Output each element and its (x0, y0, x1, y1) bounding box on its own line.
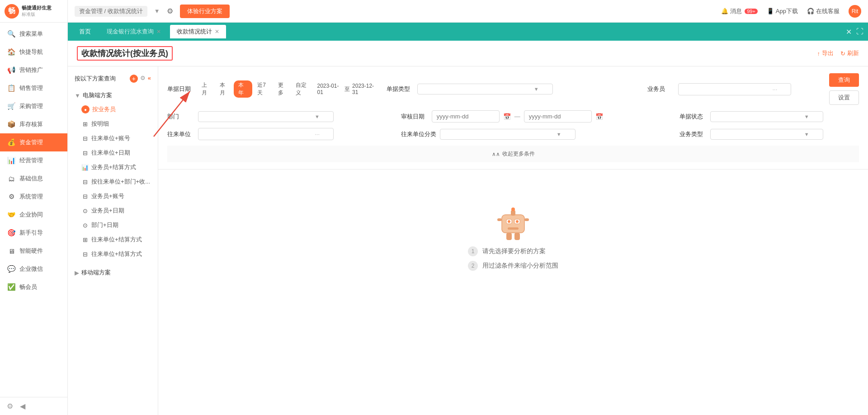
download-icon: 📱 (767, 8, 774, 14)
pc-scheme-title[interactable]: ▼ 电脑端方案 (68, 89, 158, 102)
scheme-item-staff-date[interactable]: ⊙ 业务员+日期 (68, 203, 158, 218)
tab-bar: 首页 现金银行流水查询 ✕ 收款情况统计 ✕ ✕ ⛶ (68, 23, 868, 41)
trial-button[interactable]: 体验行业方案 (180, 5, 230, 18)
settings-button[interactable]: 设置 (829, 90, 859, 105)
scheme-item-detail[interactable]: ⊞ 按明细 (68, 117, 158, 131)
scheme-item-unit-date[interactable]: ⊟ 往来单位+日期 (68, 146, 158, 160)
user-avatar[interactable]: Rit (849, 5, 861, 18)
tab-close-all-icon[interactable]: ✕ (846, 28, 852, 36)
collapse-sidebar-icon[interactable]: ◀ (20, 402, 25, 410)
calendar-to-icon[interactable]: 📅 (595, 113, 603, 120)
sidebar-item-hardware[interactable]: 🖥 智能硬件 (0, 242, 67, 260)
sidebar-item-purchase[interactable]: 🛒 采购管理 (0, 97, 67, 115)
scheme-item-staff-settle-label: 业务员+结算方式 (91, 163, 136, 171)
export-button[interactable]: ↑ 导出 (817, 49, 834, 57)
sidebar-label-enterprise: 企业协同 (19, 211, 43, 219)
tab-home[interactable]: 首页 (72, 25, 98, 38)
scheme-item-unit-dept[interactable]: ⊟ 按往来单位+部门+收... (68, 174, 158, 189)
svg-rect-13 (514, 233, 520, 240)
header-right: 🔔 消息 99+ 📱 App下载 🎧 在线客服 Rit (721, 5, 861, 18)
date-7days[interactable]: 近7天 (254, 80, 273, 98)
date-range: 2023-01-01 至 2023-12-31 (317, 83, 377, 95)
svg-point-5 (508, 220, 510, 223)
staff-select[interactable]: ··· (678, 83, 791, 95)
collapse-panel-icon[interactable]: « (148, 75, 151, 83)
scheme-item-unit-settle2[interactable]: ⊟ 往来单位+结算方式 (68, 247, 158, 261)
panel-header: 按以下方案查询 + ⚙ « (68, 71, 158, 86)
partner-select[interactable]: ··· (198, 128, 334, 140)
add-scheme-icon[interactable]: + (130, 75, 138, 83)
refresh-icon: ↻ (840, 50, 845, 57)
date-last-month[interactable]: 上月 (198, 80, 215, 98)
scheme-item-staff-settle[interactable]: 📊 业务员+结算方式 (68, 160, 158, 174)
logo: 畅 畅捷通好生意 标准版 (0, 0, 67, 23)
sidebar-item-system[interactable]: ⚙ 系统管理 (0, 188, 67, 206)
doc-status-select[interactable]: ▼ (710, 111, 823, 122)
doc-type-select[interactable]: ▼ (417, 84, 553, 94)
review-date-from-input[interactable] (432, 110, 500, 123)
sidebar-item-basic[interactable]: 🗂 基础信息 (0, 170, 67, 188)
partner-type-select[interactable]: ▼ (440, 129, 576, 140)
scheme-item-dept-date[interactable]: ⊙ 部门+日期 (68, 218, 158, 232)
step-1-text: 请先选择要分析的方案 (482, 247, 546, 255)
dept-filter-group: 部门 ▼ (167, 111, 392, 122)
search-icon: 🔍 (7, 29, 16, 38)
tab-expand-icon[interactable]: ⛶ (856, 28, 863, 36)
scheme-item-unit-settle1[interactable]: ⊞ 往来单位+结算方式 (68, 232, 158, 247)
mobile-scheme-title[interactable]: ▶ 移动端方案 (68, 266, 158, 279)
settings-bottom-icon[interactable]: ⚙ (7, 402, 13, 410)
date-custom[interactable]: 自定义 (292, 80, 313, 98)
sidebar-item-marketing[interactable]: 📢 营销推广 (0, 61, 67, 79)
bank-tab-close[interactable]: ✕ (156, 28, 161, 35)
date-this-month[interactable]: 本月 (216, 80, 233, 98)
query-button[interactable]: 查询 (829, 73, 859, 87)
sidebar-label-guide: 新手引导 (19, 229, 43, 237)
date-from: 2023-01-01 (317, 83, 342, 95)
biz-type-select[interactable]: ▼ (710, 129, 823, 140)
doc-type-label: 单据类型 (387, 85, 414, 93)
sidebar-item-finance[interactable]: 💰 资金管理 (0, 133, 67, 151)
sidebar-item-wechat[interactable]: 💬 企业微信 (0, 260, 67, 278)
tab-bank[interactable]: 现金银行流水查询 ✕ (100, 25, 168, 38)
app-download-item[interactable]: 📱 App下载 (767, 7, 798, 15)
right-panel: 单据日期 上月 本月 本年 近7天 更多 自定义 2023-01-01 (158, 66, 868, 415)
scheme-item-staff-account[interactable]: ⊟ 业务员+账号 (68, 189, 158, 203)
tab-receipt[interactable]: 收款情况统计 ✕ (170, 25, 226, 38)
scheme-item-unit-settle2-label: 往来单位+结算方式 (91, 250, 142, 258)
sidebar-item-operation[interactable]: 📊 经营管理 (0, 151, 67, 170)
dept-select[interactable]: ▼ (198, 111, 334, 122)
review-date-to-input[interactable] (524, 110, 592, 123)
sidebar-item-quicknav[interactable]: 🏠 快捷导航 (0, 43, 67, 61)
sidebar-item-search[interactable]: 🔍 搜索菜单 (0, 25, 67, 43)
main-area: 资金管理 / 收款情况统计 ▼ ⚙ 体验行业方案 🔔 消息 99+ 📱 App下… (68, 0, 868, 415)
calendar-from-icon[interactable]: 📅 (503, 113, 511, 120)
filter-row-1: 单据日期 上月 本月 本年 近7天 更多 自定义 2023-01-01 (167, 73, 859, 105)
partner-more-icon: ··· (315, 131, 320, 137)
date-more[interactable]: 更多 (274, 80, 291, 98)
review-date-filter-group: 审核日期 📅 — 📅 (401, 110, 670, 123)
unit-date-icon: ⊟ (81, 149, 89, 156)
sidebar-item-sales[interactable]: 📋 销售管理 (0, 79, 67, 97)
collapse-bar[interactable]: ∧∧ 收起更多条件 (167, 146, 859, 162)
sidebar-item-member[interactable]: ✅ 畅会员 (0, 278, 67, 296)
sidebar-item-enterprise[interactable]: 🤝 企业协同 (0, 206, 67, 224)
notification-item[interactable]: 🔔 消息 99+ (721, 7, 758, 15)
filter-row-3: 往来单位 ··· 往来单位分类 ▼ (167, 128, 859, 140)
partner-type-label: 往来单位分类 (401, 130, 436, 138)
scheme-item-staff[interactable]: ● 按业务员 (68, 102, 158, 117)
sidebar-label-quicknav: 快捷导航 (19, 48, 43, 56)
scheme-item-unit-account[interactable]: ⊟ 往来单位+账号 (68, 131, 158, 146)
date-this-year[interactable]: 本年 (234, 80, 252, 98)
header-settings-icon[interactable]: ⚙ (167, 7, 173, 15)
scheme-item-unit-account-label: 往来单位+账号 (91, 134, 130, 142)
sidebar-item-inventory[interactable]: 📦 库存核算 (0, 115, 67, 133)
finance-icon: 💰 (7, 138, 16, 147)
online-service-item[interactable]: 🎧 在线客服 (807, 7, 840, 15)
refresh-button[interactable]: ↻ 刷新 (840, 49, 859, 57)
scheme-settings-icon[interactable]: ⚙ (140, 75, 146, 83)
mobile-expand-arrow: ▶ (75, 269, 79, 276)
scheme-item-staff-account-label: 业务员+账号 (91, 192, 124, 200)
sidebar-item-guide[interactable]: 🎯 新手引导 (0, 224, 67, 242)
staff-settle-icon: 📊 (81, 164, 89, 171)
receipt-tab-close[interactable]: ✕ (215, 28, 219, 35)
